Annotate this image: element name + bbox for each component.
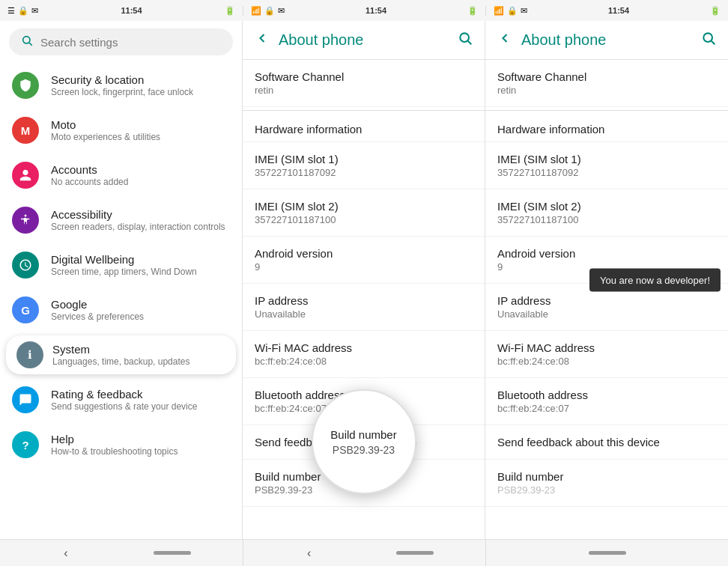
settings-list: Security & location Screen lock, fingerp… [0,63,242,539]
sidebar-item-moto[interactable]: M Moto Moto experiences & utilities [0,108,242,153]
message-icon-left: ✉ [31,6,38,16]
about-build-number-r[interactable]: Build number PSB29.39-23 [485,460,728,507]
accessibility-text: Accessibility Screen readers, display, i… [51,208,230,232]
search-button-right[interactable] [701,31,716,49]
search-button-middle[interactable] [458,31,473,49]
nav-section-middle: ‹ [243,540,485,566]
moto-title: Moto [51,118,230,131]
about-imei1[interactable]: IMEI (SIM slot 1) 357227101187092 [243,142,485,189]
back-button-right[interactable] [497,31,512,49]
status-icons-middle: 📶 🔒 ✉ [251,6,285,16]
accounts-subtitle: No accounts added [51,177,230,187]
accessibility-icon [12,207,39,234]
sidebar-item-help[interactable]: ? Help How-to & troubleshooting topics [0,422,242,467]
build-value-r: PSB29.39-23 [497,484,716,496]
search-icon [21,34,33,49]
accounts-icon [12,162,39,189]
lock-icon-mid: 🔒 [264,6,275,16]
svg-point-5 [703,33,712,42]
security-title: Security & location [51,73,230,86]
security-icon [12,72,39,99]
accounts-title: Accounts [51,163,230,176]
ip-title-r: IP address [497,294,716,307]
send-feedback-title-r: Send feedback about this device [497,436,716,448]
about-wifi-mac-r[interactable]: Wi-Fi MAC address bc:ff:eb:24:ce:08 [485,331,728,378]
about-bluetooth-r[interactable]: Bluetooth address bc:ff:eb:24:ce:07 [485,378,728,425]
about-imei2[interactable]: IMEI (SIM slot 2) 357227101187100 [243,189,485,237]
nav-pill-right [589,551,626,555]
imei2-value-r: 357227101187100 [497,214,716,225]
lock-icon-left: 🔒 [18,6,28,16]
nav-pill-left [154,551,191,555]
imei2-value: 357227101187100 [255,214,473,225]
lock-icon-right: 🔒 [507,6,518,16]
wifi-value: bc:ff:eb:24:ce:08 [255,356,473,367]
rating-title: Rating & feedback [51,388,230,401]
imei2-title: IMEI (SIM slot 2) [255,200,473,213]
google-subtitle: Services & preferences [51,311,230,322]
settings-panel: Search settings Security & location Scre… [0,21,243,539]
digital-wellbeing-subtitle: Screen time, app timers, Wind Down [51,267,230,277]
navigation-bar: ‹ ‹ [0,539,728,566]
rating-icon [12,386,39,413]
about-android-version[interactable]: Android version 9 [243,237,485,284]
search-bar-container: Search settings [0,21,242,63]
search-input[interactable]: Search settings [40,36,118,49]
about-software-channel[interactable]: Software Channel retin [243,60,485,107]
about-ip-address[interactable]: IP address Unavailable [243,284,485,331]
signal-icon-left: ☰ [7,6,15,16]
sidebar-item-rating[interactable]: Rating & feedback Send suggestions & rat… [0,377,242,422]
imei1-value: 357227101187092 [255,167,473,178]
message-icon-mid: ✉ [278,6,285,16]
system-title: System [52,343,225,356]
sidebar-item-accessibility[interactable]: Accessibility Screen readers, display, i… [0,198,242,243]
imei2-title-r: IMEI (SIM slot 2) [497,200,716,213]
message-icon-right: ✉ [521,6,527,16]
nav-pill-middle [396,551,434,555]
sidebar-item-security[interactable]: Security & location Screen lock, fingerp… [0,63,242,108]
svg-point-3 [460,33,469,42]
about-imei2-r[interactable]: IMEI (SIM slot 2) 357227101187100 [485,189,728,237]
rating-subtitle: Send suggestions & rate your device [51,401,230,412]
help-text: Help How-to & troubleshooting topics [51,433,230,457]
moto-text: Moto Moto experiences & utilities [51,118,230,142]
about-list-right: Software Channel retin Hardware informat… [485,60,728,539]
about-imei1-r[interactable]: IMEI (SIM slot 1) 357227101187092 [485,142,728,189]
bluetooth-value-r: bc:ff:eb:24:ce:07 [497,403,716,414]
digital-wellbeing-text: Digital Wellbeing Screen time, app timer… [51,253,230,277]
digital-wellbeing-icon [12,252,39,279]
help-subtitle: How-to & troubleshooting topics [51,446,230,457]
back-button-middle[interactable] [255,31,270,49]
build-title-r: Build number [497,470,716,483]
time-left: 11:54 [121,6,142,15]
ip-value-r: Unavailable [497,308,716,320]
system-text: System Languages, time, backup, updates [52,343,225,367]
sidebar-item-google[interactable]: G Google Services & preferences [0,287,242,332]
system-icon: ℹ [16,341,43,368]
nav-section-left: ‹ [0,540,243,566]
about-wifi-mac[interactable]: Wi-Fi MAC address bc:ff:eb:24:ce:08 [243,331,485,378]
build-number-circle[interactable]: Build number PSB29.39-23 [312,389,416,494]
about-send-feedback-r[interactable]: Send feedback about this device [485,425,728,460]
google-icon: G [12,296,39,323]
sidebar-item-accounts[interactable]: Accounts No accounts added [0,153,242,198]
rating-text: Rating & feedback Send suggestions & rat… [51,388,230,412]
back-nav-middle[interactable]: ‹ [295,544,323,563]
about-software-channel-r[interactable]: Software Channel retin [485,60,728,107]
status-icons-left: ☰ 🔒 ✉ [7,6,38,16]
status-icons-right: 📶 🔒 ✉ [494,6,527,16]
security-subtitle: Screen lock, fingerprint, face unlock [51,87,230,97]
panel-header-right: About phone [485,21,728,60]
sidebar-item-system[interactable]: ℹ System Languages, time, backup, update… [6,335,236,374]
wifi-title-r: Wi-Fi MAC address [497,341,716,354]
imei1-title: IMEI (SIM slot 1) [255,153,473,165]
search-bar[interactable]: Search settings [9,28,233,55]
back-nav-left[interactable]: ‹ [52,544,79,563]
about-hardware-section: Hardware information [243,114,485,142]
android-version-title-r: Android version [497,247,716,260]
sidebar-item-digital-wellbeing[interactable]: Digital Wellbeing Screen time, app timer… [0,243,242,287]
about-phone-panel-middle: About phone Software Channel retin Hardw… [243,21,485,539]
security-text: Security & location Screen lock, fingerp… [51,73,230,97]
wifi-title: Wi-Fi MAC address [255,341,473,354]
android-version-value: 9 [255,261,473,273]
